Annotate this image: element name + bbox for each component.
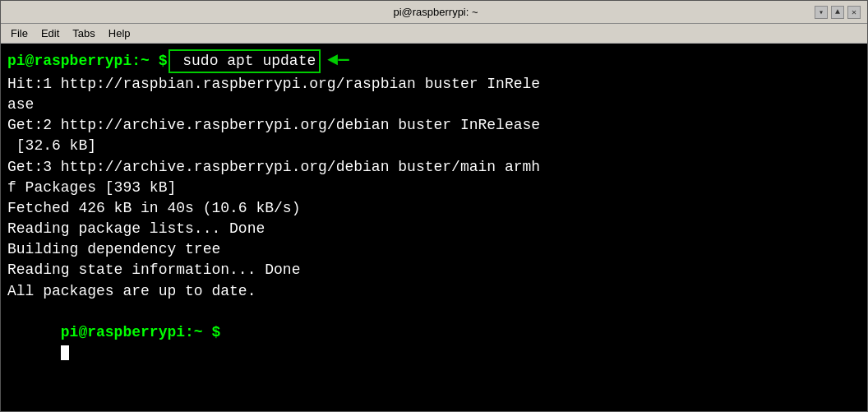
command-line: pi@raspberrypi:~ $ sudo apt update ◄— <box>7 49 861 74</box>
output-line-9: Building dependency tree <box>7 239 861 260</box>
close-button[interactable]: ✕ <box>847 6 861 19</box>
menu-bar: File Edit Tabs Help <box>1 24 867 44</box>
window-title: pi@raspberrypi: ~ <box>57 6 815 18</box>
terminal-window: pi@raspberrypi: ~ ▾ ▲ ✕ File Edit Tabs H… <box>0 0 868 412</box>
output-line-1: Hit:1 http://raspbian.raspberrypi.org/ra… <box>7 74 861 95</box>
output-line-8: Reading package lists... Done <box>7 219 861 239</box>
output-line-5: Get:3 http://archive.raspberrypi.org/deb… <box>7 157 861 178</box>
output-line-6: f Packages [393 kB] <box>7 178 861 198</box>
cursor <box>61 345 69 360</box>
arrow-annotation: ◄— <box>327 49 349 74</box>
menu-tabs[interactable]: Tabs <box>66 25 101 41</box>
output-line-3: Get:2 http://archive.raspberrypi.org/deb… <box>7 115 861 136</box>
prompt2: pi@raspberrypi:~ $ <box>61 324 220 340</box>
minimize-button[interactable]: ▾ <box>815 6 828 19</box>
maximize-button[interactable]: ▲ <box>831 6 844 19</box>
final-prompt-line: pi@raspberrypi:~ $ <box>7 302 861 385</box>
prompt1: pi@raspberrypi:~ $ <box>7 51 167 72</box>
terminal-body[interactable]: pi@raspberrypi:~ $ sudo apt update ◄— Hi… <box>1 44 867 411</box>
output-line-4: [32.6 kB] <box>7 136 861 156</box>
menu-file[interactable]: File <box>4 25 35 41</box>
output-line-11: All packages are up to date. <box>7 281 861 302</box>
menu-edit[interactable]: Edit <box>35 25 66 41</box>
command1: sudo apt update <box>169 49 321 73</box>
output-line-2: ase <box>7 95 861 115</box>
menu-help[interactable]: Help <box>102 25 137 41</box>
window-controls[interactable]: ▾ ▲ ✕ <box>815 6 861 19</box>
output-line-7: Fetched 426 kB in 40s (10.6 kB/s) <box>7 198 861 219</box>
title-bar: pi@raspberrypi: ~ ▾ ▲ ✕ <box>1 1 867 24</box>
output-line-10: Reading state information... Done <box>7 260 861 280</box>
